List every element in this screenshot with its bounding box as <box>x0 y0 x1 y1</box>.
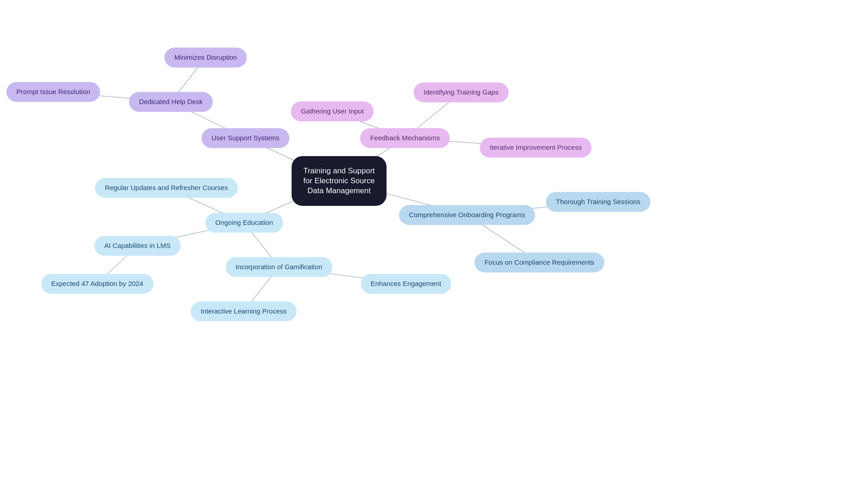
dedicated-help-desk-node: Dedicated Help Desk <box>129 92 213 112</box>
expected-adoption-node: Expected 47 Adoption by 2024 <box>41 274 153 294</box>
minimizes-disruption-node: Minimizes Disruption <box>165 48 247 67</box>
comprehensive-onboarding-node: Comprehensive Onboarding Programs <box>399 205 535 225</box>
mind-map: Training and Support for Electronic Sour… <box>0 0 868 490</box>
iterative-improvement-node: Iterative Improvement Process <box>480 138 591 157</box>
interactive-learning-node: Interactive Learning Process <box>191 301 297 321</box>
gathering-user-input-node: Gathering User Input <box>291 101 373 121</box>
ongoing-education-node: Ongoing Education <box>205 213 283 233</box>
center-node: Training and Support for Electronic Sour… <box>292 156 387 206</box>
identifying-training-gaps-node: Identifying Training Gaps <box>414 82 509 102</box>
user-support-systems-node: User Support Systems <box>202 128 289 148</box>
prompt-issue-resolution-node: Prompt Issue Resolution <box>6 82 100 102</box>
focus-compliance-node: Focus on Compliance Requirements <box>475 252 604 272</box>
feedback-mechanisms-node: Feedback Mechanisms <box>360 128 450 148</box>
thorough-training-node: Thorough Training Sessions <box>546 192 651 212</box>
enhances-engagement-node: Enhances Engagement <box>361 274 451 294</box>
ai-capabilities-node: AI Capabilities in LMS <box>94 236 181 256</box>
regular-updates-node: Regular Updates and Refresher Courses <box>95 178 238 198</box>
incorporation-gamification-node: Incorporation of Gamification <box>226 257 332 277</box>
